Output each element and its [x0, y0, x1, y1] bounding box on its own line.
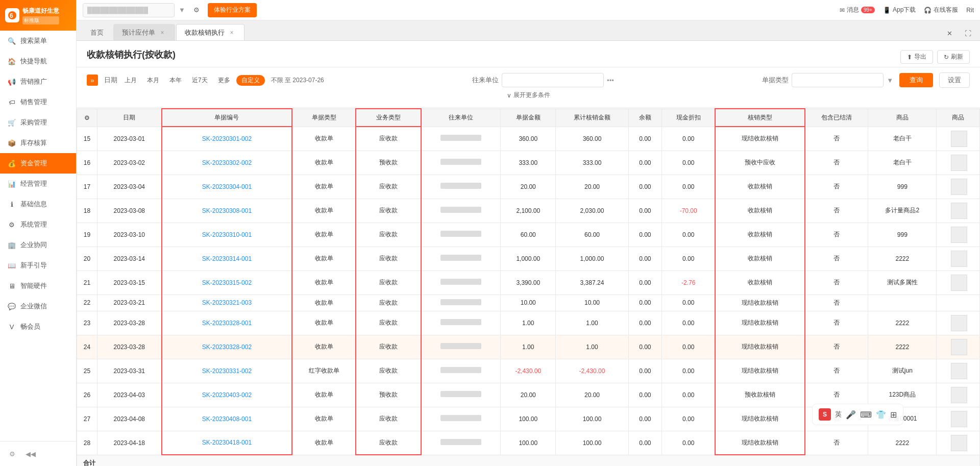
sidebar-item-enterprise[interactable]: 🏢 企业协同 — [0, 235, 76, 255]
cell-cash-discount: 0.00 — [662, 431, 716, 455]
table-row[interactable]: 20 2023-03-14 SK-20230314-001 收款单 应收款 1,… — [77, 247, 980, 271]
doc-no-link[interactable]: SK-20230301-002 — [202, 135, 252, 142]
table-row[interactable]: 15 2023-03-01 SK-20230301-002 收款单 应收款 36… — [77, 127, 980, 151]
doc-no-link[interactable]: SK-20230310-001 — [202, 231, 252, 238]
table-row[interactable]: 17 2023-03-04 SK-20230304-001 收款单 应收款 20… — [77, 175, 980, 199]
settings-bottom-icon[interactable]: ⚙ — [5, 447, 19, 461]
col-gear[interactable]: ⚙ — [77, 109, 97, 127]
filter-custom-btn[interactable]: 自定义 — [236, 75, 265, 86]
sidebar-item-sales[interactable]: 🏷 销售管理 — [0, 92, 76, 112]
doc-no-link[interactable]: SK-20230302-002 — [202, 159, 252, 166]
industry-solution-button[interactable]: 体验行业方案 — [208, 3, 257, 17]
filter-expand-btn[interactable]: ∨ 展开更多条件 — [87, 88, 970, 103]
sidebar-item-hardware[interactable]: 🖥 智能硬件 — [0, 276, 76, 296]
collapse-icon[interactable]: ◀◀ — [23, 447, 38, 461]
user-name-item[interactable]: Rit — [966, 7, 974, 14]
filter-doctype-arrow[interactable]: ▼ — [887, 77, 893, 84]
doc-no-link[interactable]: SK-20230331-002 — [202, 367, 252, 375]
cell-biz-type: 预收款 — [356, 383, 421, 407]
table-row[interactable]: 23 2023-03-28 SK-20230328-001 收款单 应收款 1.… — [77, 311, 980, 335]
tab-receipt-exec-close[interactable]: × — [228, 29, 236, 37]
export-button[interactable]: ⬆ 导出 — [900, 50, 933, 64]
table-row[interactable]: 18 2023-03-08 SK-20230308-001 收款单 应收款 2,… — [77, 199, 980, 223]
cell-biz-type: 应收款 — [356, 295, 421, 311]
keyboard-icon[interactable]: ⌨ — [860, 410, 872, 420]
cell-amount: 333.00 — [501, 151, 556, 175]
cell-date: 2023-03-01 — [97, 127, 162, 151]
cell-idx: 23 — [77, 311, 97, 335]
cell-acc-amount: 333.00 — [556, 151, 628, 175]
filter-doctype-select[interactable] — [792, 73, 884, 87]
doc-no-link[interactable]: SK-20230408-001 — [202, 415, 252, 423]
tab-close-all-icon[interactable]: ✕ — [942, 26, 957, 40]
refresh-button[interactable]: ↻ 刷新 — [937, 50, 970, 64]
sidebar-item-member[interactable]: V 畅会员 — [0, 316, 76, 337]
grid-icon[interactable]: ⊞ — [890, 410, 897, 420]
online-service-item[interactable]: 🎧 在线客服 — [924, 6, 958, 14]
filter-this-year-btn[interactable]: 本年 — [165, 75, 186, 86]
table-row[interactable]: 25 2023-03-31 SK-20230331-002 红字收款单 应收款 … — [77, 359, 980, 383]
company-icon: 🏢 — [7, 240, 16, 250]
table-row[interactable]: 22 2023-03-21 SK-20230321-003 收款单 应收款 10… — [77, 295, 980, 311]
filter-last-month-btn[interactable]: 上月 — [120, 75, 141, 86]
sidebar-item-purchase[interactable]: 🛒 采购管理 — [0, 112, 76, 133]
tab-receipt-exec[interactable]: 收款核销执行 × — [176, 24, 244, 40]
messages-item[interactable]: ✉ 消息 99+ — [840, 6, 875, 14]
table-row[interactable]: 28 2023-04-18 SK-20230418-001 收款单 应收款 10… — [77, 431, 980, 455]
tab-payable-close[interactable]: × — [158, 29, 166, 37]
sidebar-item-inventory[interactable]: 📦 库存核算 — [0, 133, 76, 153]
cell-biz-type: 应收款 — [356, 223, 421, 247]
doc-no-link[interactable]: SK-20230403-002 — [202, 391, 252, 399]
logo-icon: 6 — [5, 8, 19, 22]
table-row[interactable]: 21 2023-03-15 SK-20230315-002 收款单 应收款 3,… — [77, 271, 980, 295]
sidebar-item-quicknav[interactable]: 🏠 快捷导航 — [0, 51, 76, 71]
filter-counterpart-input[interactable] — [502, 73, 604, 87]
sidebar-item-marketing[interactable]: 📢 营销推广 — [0, 71, 76, 92]
doc-no-link[interactable]: SK-20230328-002 — [202, 344, 252, 351]
sidebar-item-system[interactable]: ⚙ 系统管理 — [0, 214, 76, 235]
doc-no-link[interactable]: SK-20230314-001 — [202, 255, 252, 262]
filter-settings-button[interactable]: 设置 — [939, 72, 970, 88]
doc-no-link[interactable]: SK-20230315-002 — [202, 279, 252, 286]
sidebar-item-operations[interactable]: 📊 经营管理 — [0, 174, 76, 194]
collapse-filter-button[interactable]: » — [87, 75, 98, 86]
tab-home[interactable]: 首页 — [82, 24, 112, 40]
table-row[interactable]: 16 2023-03-02 SK-20230302-002 收款单 预收款 33… — [77, 151, 980, 175]
sidebar-item-wechat[interactable]: 💬 企业微信 — [0, 296, 76, 316]
doc-no-link[interactable]: SK-20230418-001 — [202, 439, 252, 446]
filter-this-month-btn[interactable]: 本月 — [143, 75, 163, 86]
svg-text:6: 6 — [10, 12, 13, 19]
sidebar-item-search[interactable]: 🔍 搜索菜单 — [0, 31, 76, 51]
app-download-item[interactable]: 📱 App下载 — [883, 6, 916, 14]
filter-7days-btn[interactable]: 近7天 — [188, 75, 212, 86]
tab-bar: 首页 预计应付单 × 收款核销执行 × ✕ ⛶ — [77, 20, 980, 41]
doc-no-link[interactable]: SK-20230304-001 — [202, 183, 252, 190]
mic-icon[interactable]: 🎤 — [846, 410, 856, 420]
sidebar-item-finance[interactable]: 💰 资金管理 — [0, 153, 76, 174]
doc-no-link[interactable]: SK-20230308-001 — [202, 207, 252, 214]
sidebar-item-guide[interactable]: 📖 新手引导 — [0, 255, 76, 276]
cell-counterpart — [421, 311, 501, 335]
cell-biz-type: 应收款 — [356, 335, 421, 359]
cell-cancel-type: 现结收款核销 — [715, 311, 805, 335]
doc-no-link[interactable]: SK-20230328-001 — [202, 320, 252, 327]
table-row[interactable]: 24 2023-03-28 SK-20230328-002 收款单 应收款 1.… — [77, 335, 980, 359]
cell-acc-amount: 60.00 — [556, 223, 628, 247]
settings-top-icon[interactable]: ⚙ — [189, 3, 204, 17]
cell-biz-type: 预收款 — [356, 151, 421, 175]
doc-no-link[interactable]: SK-20230321-003 — [202, 299, 252, 306]
tab-payable[interactable]: 预计应付单 × — [113, 24, 175, 40]
lang-icon[interactable]: 英 — [835, 410, 842, 420]
shirt-icon[interactable]: 👕 — [876, 410, 886, 420]
table-row[interactable]: 26 2023-04-03 SK-20230403-002 收款单 预收款 20… — [77, 383, 980, 407]
sidebar-item-basic[interactable]: ℹ 基础信息 — [0, 194, 76, 214]
table-row[interactable]: 19 2023-03-10 SK-20230310-001 收款单 应收款 60… — [77, 223, 980, 247]
query-button[interactable]: 查询 — [899, 73, 933, 87]
filter-more-dots[interactable]: ••• — [607, 77, 614, 84]
filter-more-btn[interactable]: 更多 — [214, 75, 234, 86]
page-header: 收款核销执行(按收款) ⬆ 导出 ↻ 刷新 — [77, 41, 980, 67]
tab-expand-icon[interactable]: ⛶ — [961, 26, 975, 40]
dropdown-arrow-icon[interactable]: ▼ — [179, 6, 185, 14]
cell-goods-img — [937, 295, 980, 311]
cell-idx: 19 — [77, 223, 97, 247]
